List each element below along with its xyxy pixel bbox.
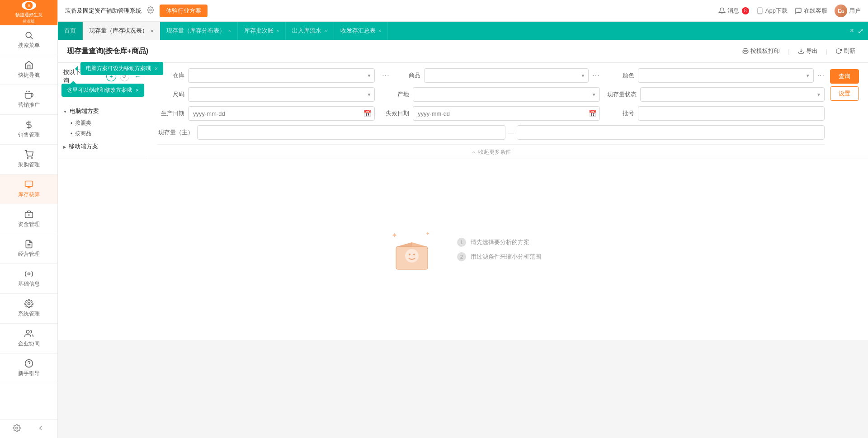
tab-batch-account-close[interactable]: ×: [276, 28, 279, 33]
sidebar-label-search: 搜索菜单: [18, 42, 40, 49]
reset-btn[interactable]: 设置: [830, 86, 859, 101]
stock-status-select[interactable]: [640, 87, 825, 102]
app-badge: 标准版: [23, 19, 35, 24]
color-select[interactable]: [638, 68, 814, 83]
sidebar-item-operations[interactable]: 经营管理: [0, 234, 57, 264]
filter-collapse: 收起更多条件: [157, 144, 825, 156]
online-support-label: 在线客服: [804, 7, 827, 15]
field-origin: 产地 ▼: [382, 87, 599, 102]
sidebar-item-marketing[interactable]: 营销推广: [0, 85, 57, 115]
sidebar-label-operations: 经营管理: [18, 250, 40, 258]
tab-stock-dist-close[interactable]: ×: [228, 28, 231, 33]
collapse-label: 收起更多条件: [478, 148, 511, 156]
sidebar-item-basic[interactable]: 基础信息: [0, 264, 57, 294]
batch-label: 批号: [607, 109, 634, 118]
sidebar-item-inventory[interactable]: 库存核算: [0, 174, 57, 204]
divider1: |: [788, 48, 789, 55]
refresh-label: 刷新: [844, 47, 855, 55]
svg-marker-31: [412, 242, 428, 247]
field-expiry-date: 失效日期 📅: [382, 106, 599, 121]
field-product-label: 商品: [393, 71, 420, 80]
sidebar-item-enterprise[interactable]: 企业协同: [0, 324, 57, 353]
tooltip-create-text: 这里可以创建和修改方案哦: [67, 86, 132, 94]
expiry-date-input[interactable]: [413, 106, 599, 121]
stock-qty-from[interactable]: [197, 125, 505, 140]
page-actions: 按模板打印 | 导出 | 刷新: [739, 45, 859, 57]
notification-count: 8: [742, 7, 749, 14]
sidebar-item-search-menu[interactable]: 搜索菜单: [0, 25, 57, 55]
tab-inout-flow[interactable]: 出入库流水 ×: [286, 22, 334, 40]
tooltip-create-close[interactable]: ×: [136, 87, 139, 94]
batch-input[interactable]: [638, 106, 825, 121]
product-dots2-icon[interactable]: ···: [592, 71, 599, 80]
filter-section: 按以下方案查询 + ↺ ← 电脑方案可设为移动方案哦 × 这里可以创建和修改方案…: [58, 63, 868, 159]
tab-stock-status[interactable]: 现存量（库存状况表） ×: [83, 22, 160, 40]
online-support-btn[interactable]: 在线客服: [795, 7, 827, 15]
tab-stock-dist[interactable]: 现存量（库存分布表） ×: [160, 22, 237, 40]
scheme-item-by-product[interactable]: • 按商品: [61, 128, 144, 139]
trial-btn[interactable]: 体验行业方案: [160, 5, 208, 17]
user-btn[interactable]: Ea 用户: [835, 5, 861, 17]
warehouse-select[interactable]: [188, 68, 375, 83]
svg-point-18: [28, 273, 30, 275]
fields-grid: 仓库 ▼ ··· 商品: [157, 68, 825, 156]
field-color-label: 颜色: [607, 71, 634, 80]
refresh-btn[interactable]: 刷新: [832, 45, 859, 57]
sidebar-item-sales[interactable]: 销售管理: [0, 115, 57, 145]
print-btn[interactable]: 按模板打印: [739, 45, 783, 57]
sidebar-item-system[interactable]: 系统管理: [0, 294, 57, 324]
collapse-btn[interactable]: 收起更多条件: [471, 148, 511, 156]
color-select-wrapper: ▼: [638, 68, 814, 83]
empty-step-1: 1 请先选择要分析的方案: [457, 238, 541, 247]
origin-select[interactable]: [413, 87, 599, 102]
stock-qty-label: 现存量（主）: [157, 128, 193, 137]
svg-point-34: [409, 254, 410, 255]
sidebar-item-assets[interactable]: 资金管理: [0, 204, 57, 234]
mobile-group-toggle[interactable]: [63, 144, 66, 149]
page-header: 现存量查询(按仓库+商品) 按模板打印 | 导出 |: [58, 40, 868, 63]
sidebar: 6 畅捷通好生意 标准版 搜索菜单 快捷导航 营销推广: [0, 0, 58, 438]
export-btn[interactable]: 导出: [794, 45, 821, 57]
sidebar-item-guide[interactable]: 新手引导: [0, 353, 57, 383]
tab-expand-btn[interactable]: ⤢: [858, 27, 863, 35]
sidebar-item-purchase[interactable]: 采购管理: [0, 145, 57, 174]
production-date-wrapper: 📅: [188, 106, 375, 121]
tab-recv-send[interactable]: 收发存汇总表 ×: [334, 22, 388, 40]
tab-inout-flow-close[interactable]: ×: [324, 28, 327, 33]
tab-close-all-btn[interactable]: ×: [850, 27, 854, 35]
desktop-group-toggle[interactable]: [63, 109, 67, 114]
header-settings-icon[interactable]: [147, 6, 154, 15]
scheme-item-by-type[interactable]: • 按照类: [61, 118, 144, 128]
product-select[interactable]: [424, 68, 589, 83]
tab-stock-status-close[interactable]: ×: [151, 28, 153, 33]
app-download-btn[interactable]: App下载: [756, 7, 788, 15]
field-origin-label: 产地: [382, 90, 409, 99]
header: 装备及固定资产辅助管理系统 体验行业方案 消息 8 App下载: [58, 0, 868, 22]
stock-qty-to[interactable]: [517, 125, 825, 140]
collapse-btn[interactable]: [37, 424, 45, 433]
search-btn[interactable]: 查询: [830, 69, 859, 84]
notifications-btn[interactable]: 消息 8: [718, 7, 749, 15]
production-date-input[interactable]: [188, 106, 375, 121]
field-size: 尺码 ▼: [157, 87, 375, 102]
settings-btn[interactable]: [13, 424, 21, 433]
scheme-group-mobile: 移动端方案: [61, 142, 144, 151]
field-stock-status: 现存量状态 ▼: [607, 87, 825, 102]
scheme-item-label2: 按商品: [75, 130, 91, 137]
page-content: 现存量查询(按仓库+商品) 按模板打印 | 导出 |: [58, 40, 868, 438]
logo-icon: 6: [22, 1, 36, 10]
main-area: 装备及固定资产辅助管理系统 体验行业方案 消息 8 App下载: [58, 0, 868, 438]
divider2: |: [826, 48, 827, 55]
empty-illustration: ✦ ✦: [385, 222, 439, 278]
sidebar-item-quick-nav[interactable]: 快捷导航: [0, 55, 57, 85]
color-dots-icon[interactable]: ···: [817, 71, 825, 80]
tab-home[interactable]: 首页: [58, 22, 83, 40]
tab-batch-account[interactable]: 库存批次账 ×: [238, 22, 286, 40]
size-select[interactable]: [188, 87, 375, 102]
tab-recv-send-close[interactable]: ×: [378, 28, 381, 33]
product-dots-icon[interactable]: ···: [382, 71, 389, 80]
svg-text:✦: ✦: [425, 231, 430, 237]
expiry-date-label: 失效日期: [382, 109, 409, 118]
tooltip-scheme-close[interactable]: ×: [155, 66, 158, 72]
empty-steps: 1 请先选择要分析的方案 2 用过滤条件来缩小分析范围: [457, 238, 541, 261]
